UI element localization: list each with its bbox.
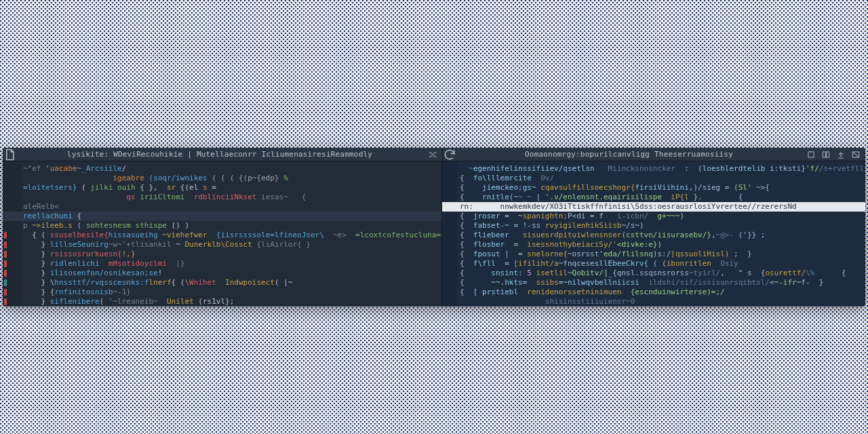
tab-left-title: lysikite: WDeviRecouhikie | Mutellaeconr… <box>16 150 423 159</box>
svg-rect-1 <box>823 151 825 157</box>
tab-left[interactable]: lysikite: WDeviRecouhikie | Mutellaeconr… <box>3 148 442 161</box>
code-line[interactable]: ~"ef 'uacabe~_Arcsiile/ <box>23 164 436 174</box>
code-line[interactable]: } siflenibere( '~lreaneib~ Unilet (rs1vl… <box>23 297 436 307</box>
editor-pane-left[interactable]: ~"ef 'uacabe~_Arcsiile/ igeabre (soqr/iw… <box>3 161 442 307</box>
code-line[interactable]: ~egenhifelinssifiiev/qsetlsn Miincksnosn… <box>460 164 860 174</box>
code-line[interactable]: igeabre (soqr/iwnikes ( ( ( {(p~{edp} % <box>23 174 436 183</box>
gutter-marker <box>4 251 7 258</box>
refresh-icon[interactable] <box>443 148 456 161</box>
code-line[interactable]: } rsissosrurkuesn{!,} <box>23 250 436 259</box>
code-line[interactable]: p ~>ileeb.s ( sohtesnesm sthispe () ) <box>23 221 436 231</box>
code-line[interactable]: { fposut | = snelorne{~osrsst'eda/flilsn… <box>460 250 860 259</box>
code-line[interactable]: =loitetsers} ( jilki ouih { }, sr {(el s… <box>23 183 436 193</box>
code-line[interactable]: } ilisosenfon/osnikesao;se! <box>23 269 436 278</box>
code-line[interactable]: { fabset-~ = !-ss rvyigilenhikSiisb~/s~) <box>460 221 860 231</box>
layout-columns-icon[interactable] <box>821 149 831 160</box>
code-line[interactable]: { ~~.hkts= ssibs=~nilwqvbellniicsi ildsh… <box>460 278 860 288</box>
layout-single-icon[interactable] <box>806 149 816 160</box>
gutter-marker <box>4 232 7 239</box>
code-line[interactable]: { flosber = isessnothybeiaciSy/'<divke:e… <box>460 240 860 250</box>
editor-window: lysikite: WDeviRecouhikie | Mutellaeconr… <box>3 148 865 307</box>
code-line[interactable]: { fo\lllemrcite 0v/ <box>460 174 860 183</box>
gutter-marker <box>4 289 7 296</box>
tab-right[interactable]: Oomaonomrgy:bopurilcanvligg Theeserruamo… <box>442 148 865 161</box>
code-left[interactable]: ~"ef 'uacabe~_Arcsiile/ igeabre (soqr/iw… <box>3 161 441 307</box>
code-right[interactable]: ~egenhifelinssifiiev/qsetlsn Miincksnosn… <box>442 161 865 307</box>
gutter-marker <box>4 279 7 286</box>
document-icon <box>3 148 16 161</box>
split-panes: ~"ef 'uacabe~_Arcsiile/ igeabre (soqr/iw… <box>3 161 865 307</box>
svg-rect-2 <box>827 151 829 157</box>
code-line[interactable]: aleRelb< <box>23 202 436 212</box>
upload-icon[interactable] <box>835 149 846 160</box>
code-line[interactable]: qs iriiCltomi rdblinciiNkset iesas~ { <box>23 193 436 202</box>
code-line[interactable]: { rnitle(~~_~ | '.v/enlensnt.eqairisilis… <box>460 193 860 202</box>
code-line[interactable]: reellachuni { <box>23 212 436 221</box>
editor-pane-right[interactable]: ~egenhifelinssifiiev/qsetlsn Miincksnosn… <box>442 161 865 307</box>
code-line[interactable]: { fliebeer sisuesrdpituiwlensnser(csttvn… <box>460 231 860 240</box>
code-line[interactable]: rn: nnwkemkdev/XO3iTtiskffnfinisi\Sdss:o… <box>460 202 860 212</box>
tab-right-title: Oomaonomrgy:bopurilcanvligg Theeserruamo… <box>456 150 802 159</box>
code-line[interactable]: { jroser = ~spanightn;P<di = f i-icbn/ g… <box>460 212 860 221</box>
shuffle-icon[interactable] <box>427 149 438 160</box>
panel-toggle-icon[interactable] <box>850 149 861 160</box>
code-line[interactable]: { f\fll = [ifiliht/a~fnqcesesllEbeeCkrv{… <box>460 259 860 269</box>
code-line[interactable]: } \hnssttf/rvqsscesnks:flnerf{ (\Wnihet … <box>23 278 436 288</box>
gutter-marker <box>4 270 7 277</box>
gutter-marker <box>4 298 7 305</box>
code-line[interactable]: } ridlenlichi mHsotidoyclmi |} <box>23 259 436 269</box>
gutter-marker <box>4 241 7 248</box>
code-line[interactable]: } {rnfinitosnisb~-1} <box>23 288 436 297</box>
code-line[interactable]: } lillseSeunirg~w~'+tlisankil ~ Dunerklb… <box>23 240 436 250</box>
svg-rect-0 <box>808 151 814 157</box>
code-line[interactable]: { [ prstiebl renidenorssetninimuen {escn… <box>460 288 860 297</box>
code-line[interactable]: { ( ssuselbesile{hissasueihg ~viehefwer … <box>23 231 436 240</box>
code-line[interactable]: { snsint: 5 isetlil~Qobitv/]_{qnsl.ssqsn… <box>460 269 860 278</box>
code-line[interactable]: shisinsstiiiuiensr~0 <box>460 297 860 307</box>
tab-bar: lysikite: WDeviRecouhikie | Mutellaeconr… <box>3 148 865 161</box>
code-line[interactable]: { jiemckeo;gs~ cqavsulfillsoecshogr{firs… <box>460 183 860 193</box>
gutter-marker <box>4 260 7 267</box>
